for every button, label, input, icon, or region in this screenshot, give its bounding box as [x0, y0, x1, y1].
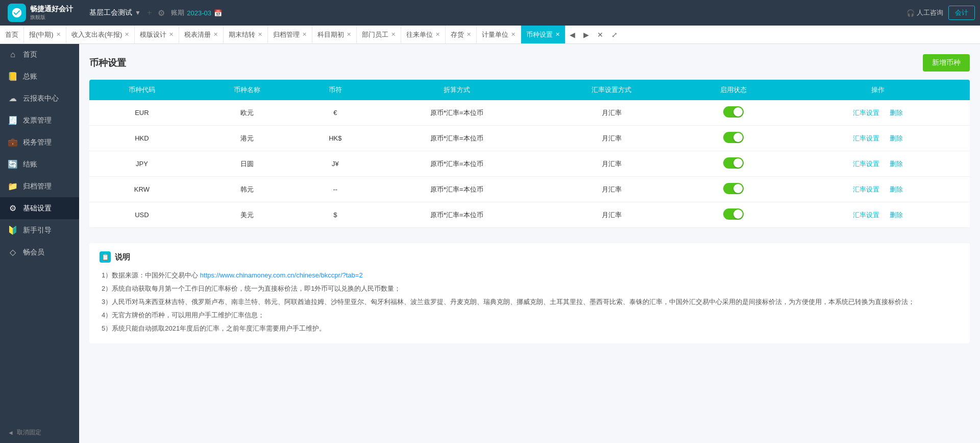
toggle-3[interactable] [723, 183, 744, 194]
toggle-2[interactable] [723, 157, 744, 169]
tab-home[interactable]: 首页 [0, 26, 24, 43]
delete-btn-0[interactable]: 删除 [890, 109, 903, 116]
cell-status-4[interactable] [681, 202, 786, 228]
rate-setting-btn-1[interactable]: 汇率设置 [853, 134, 879, 142]
delete-btn-2[interactable]: 删除 [890, 160, 903, 168]
tab-contact-close[interactable]: ✕ [435, 31, 440, 38]
company-name[interactable]: 基层工会测试 [89, 8, 132, 17]
add-company-icon[interactable]: + [147, 8, 152, 17]
cell-symbol-2: J¥ [300, 151, 372, 177]
sidebar-item-archive-label: 归档管理 [23, 182, 52, 191]
sidebar-item-general-ledger[interactable]: 📒 总账 [0, 65, 79, 87]
cell-code-2: JPY [89, 151, 194, 177]
rate-setting-btn-2[interactable]: 汇率设置 [853, 160, 879, 168]
tab-expand-btn[interactable]: ⤢ [607, 26, 622, 43]
calendar-icon[interactable]: 📅 [214, 9, 222, 17]
rate-setting-btn-4[interactable]: 汇率设置 [853, 211, 879, 219]
support-button[interactable]: 🎧 人工咨询 [906, 8, 943, 17]
sidebar-pin-toggle[interactable]: ◄ 取消固定 [0, 422, 79, 443]
tab-report-mid-close[interactable]: ✕ [56, 31, 61, 38]
cell-symbol-4: $ [300, 202, 372, 228]
tab-prev-btn[interactable]: ◀ [566, 26, 579, 43]
delete-btn-4[interactable]: 删除 [890, 211, 903, 219]
tab-tax-list[interactable]: 税表清册 ✕ [179, 26, 224, 43]
tab-report-mid[interactable]: 报(中期) ✕ [24, 26, 66, 43]
sidebar-item-settlement[interactable]: 🔄 结账 [0, 153, 79, 175]
notes-list: 1）数据来源：中国外汇交易中心 https://www.chinamoney.c… [100, 269, 960, 335]
content-area: 币种设置 新增币种 币种代码 币种名称 币符 折算方式 汇率设置方式 启用状态 … [79, 44, 980, 443]
sidebar-item-home[interactable]: ⌂ 首页 [0, 44, 79, 65]
sidebar-item-invoice[interactable]: 🧾 发票管理 [0, 109, 79, 131]
tab-department-close[interactable]: ✕ [391, 31, 396, 38]
settings-icon[interactable]: ⚙ [158, 8, 165, 18]
delete-btn-3[interactable]: 删除 [890, 185, 903, 193]
tab-contact[interactable]: 往来单位 ✕ [401, 26, 446, 43]
tab-close-all-btn[interactable]: ✕ [593, 26, 607, 43]
sidebar-item-guide[interactable]: 🔰 新手引导 [0, 219, 79, 241]
tab-archive[interactable]: 归档管理 ✕ [268, 26, 312, 43]
main-layout: ⌂ 首页 📒 总账 ☁ 云报表中心 🧾 发票管理 💼 税务管理 🔄 结账 📁 归… [0, 44, 980, 443]
account-button[interactable]: 会计 [948, 6, 975, 20]
notes-header: 📋 说明 [100, 251, 960, 263]
ledger-icon: 📒 [8, 72, 18, 81]
notes-title: 说明 [115, 252, 130, 262]
tab-income-close[interactable]: ✕ [125, 31, 129, 38]
tab-subject-init-close[interactable]: ✕ [347, 31, 351, 38]
header-right: 🎧 人工咨询 会计 [906, 6, 975, 20]
tab-inventory-close[interactable]: ✕ [467, 31, 471, 38]
tab-next-btn[interactable]: ▶ [579, 26, 593, 43]
tab-currency[interactable]: 币种设置 ✕ [521, 26, 566, 43]
pin-icon: ◄ [8, 429, 14, 436]
col-code: 币种代码 [89, 80, 194, 100]
tab-archive-close[interactable]: ✕ [302, 31, 307, 38]
table-row: USD 美元 $ 原币*汇率=本位币 月汇率 汇率设置 删除 [89, 202, 970, 228]
cell-calc-3: 原币*汇率=本位币 [371, 177, 542, 202]
sidebar-item-basic-settings[interactable]: ⚙ 基础设置 [0, 197, 79, 219]
new-currency-button[interactable]: 新增币种 [923, 54, 970, 72]
cell-code-3: KRW [89, 177, 194, 202]
cell-status-1[interactable] [681, 126, 786, 151]
headset-icon: 🎧 [906, 9, 915, 17]
tab-inventory[interactable]: 存货 ✕ [446, 26, 477, 43]
table-row: KRW 韩元 -- 原币*汇率=本位币 月汇率 汇率设置 删除 [89, 177, 970, 202]
delete-btn-1[interactable]: 删除 [890, 134, 903, 142]
tab-period-end[interactable]: 期末结转 ✕ [224, 26, 268, 43]
cell-name-2: 日圆 [194, 151, 300, 177]
tab-unit-label: 计量单位 [482, 30, 508, 39]
sidebar-item-member[interactable]: ◇ 畅会员 [0, 241, 79, 263]
sidebar-item-home-label: 首页 [23, 50, 37, 59]
toggle-0[interactable] [723, 106, 744, 118]
cell-status-2[interactable] [681, 151, 786, 177]
tab-unit-close[interactable]: ✕ [511, 31, 516, 38]
tab-income[interactable]: 收入支出表(年报) ✕ [66, 26, 135, 43]
cell-status-3[interactable] [681, 177, 786, 202]
sidebar-item-tax-label: 税务管理 [23, 138, 52, 147]
toggle-4[interactable] [723, 208, 744, 220]
sidebar-item-archive[interactable]: 📁 归档管理 [0, 175, 79, 197]
header-middle: 基层工会测试 ▼ + ⚙ 账期 2023-03 📅 [84, 8, 906, 18]
table-header-row: 币种代码 币种名称 币符 折算方式 汇率设置方式 启用状态 操作 [89, 80, 970, 100]
tab-income-label: 收入支出表(年报) [71, 30, 122, 39]
cell-symbol-3: -- [300, 177, 372, 202]
tab-subject-init-label: 科目期初 [317, 30, 344, 39]
rate-setting-btn-3[interactable]: 汇率设置 [853, 185, 879, 193]
tab-tax-list-close[interactable]: ✕ [213, 31, 218, 38]
tab-currency-close[interactable]: ✕ [555, 31, 560, 38]
notes-section: 📋 说明 1）数据来源：中国外汇交易中心 https://www.chinamo… [89, 243, 970, 343]
tab-subject-init[interactable]: 科目期初 ✕ [312, 26, 357, 43]
company-dropdown-icon[interactable]: ▼ [135, 9, 141, 16]
tab-department[interactable]: 部门员工 ✕ [357, 26, 401, 43]
tab-template-close[interactable]: ✕ [169, 31, 174, 38]
cell-calc-2: 原币*汇率=本位币 [371, 151, 542, 177]
sidebar-item-reports[interactable]: ☁ 云报表中心 [0, 87, 79, 109]
toggle-1[interactable] [723, 132, 744, 143]
notes-link[interactable]: https://www.chinamoney.com.cn/chinese/bk… [200, 271, 363, 279]
cell-actions-1: 汇率设置 删除 [786, 126, 970, 151]
rate-setting-btn-0[interactable]: 汇率设置 [853, 109, 879, 116]
tab-period-end-label: 期末结转 [229, 30, 255, 39]
cell-status-0[interactable] [681, 100, 786, 126]
sidebar-item-tax[interactable]: 💼 税务管理 [0, 131, 79, 153]
tab-unit[interactable]: 计量单位 ✕ [477, 26, 521, 43]
tab-period-end-close[interactable]: ✕ [258, 31, 262, 38]
tab-template[interactable]: 模版设计 ✕ [135, 26, 179, 43]
